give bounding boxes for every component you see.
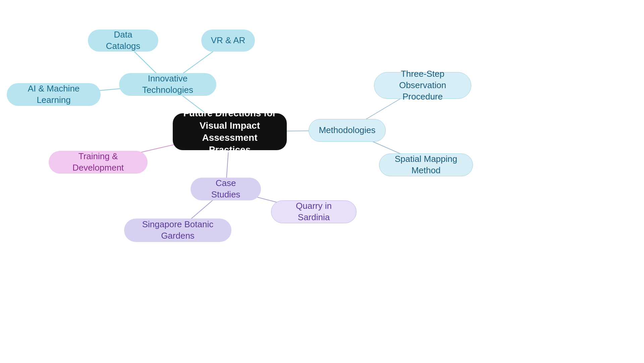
three-step-label: Three-Step Observation Procedure [384, 68, 462, 102]
vr-ar-node: VR & AR [201, 29, 255, 52]
vr-ar-label: VR & AR [211, 35, 246, 46]
singapore-label: Singapore Botanic Gardens [133, 219, 222, 242]
data-catalogs-label: Data Catalogs [97, 29, 149, 52]
quarry-node: Quarry in Sardinia [271, 200, 357, 223]
innovative-tech-label: Innovative Technologies [128, 73, 207, 96]
spatial-mapping-label: Spatial Mapping Method [389, 154, 463, 176]
ai-ml-node: AI & Machine Learning [7, 83, 101, 106]
quarry-label: Quarry in Sardinia [281, 200, 347, 223]
center-node: Future Directions for Visual Impact Asse… [173, 113, 287, 150]
training-node: Training & Development [49, 151, 148, 174]
center-label: Future Directions for Visual Impact Asse… [182, 107, 277, 156]
training-label: Training & Development [58, 151, 138, 174]
methodologies-label: Methodologies [319, 125, 375, 136]
spatial-mapping-node: Spatial Mapping Method [379, 154, 473, 176]
case-studies-label: Case Studies [200, 178, 252, 200]
ai-ml-label: AI & Machine Learning [16, 83, 91, 106]
case-studies-node: Case Studies [191, 178, 261, 200]
singapore-node: Singapore Botanic Gardens [124, 219, 231, 242]
data-catalogs-node: Data Catalogs [88, 29, 158, 52]
innovative-tech-node: Innovative Technologies [119, 73, 216, 96]
three-step-node: Three-Step Observation Procedure [374, 72, 471, 99]
methodologies-node: Methodologies [309, 119, 386, 142]
